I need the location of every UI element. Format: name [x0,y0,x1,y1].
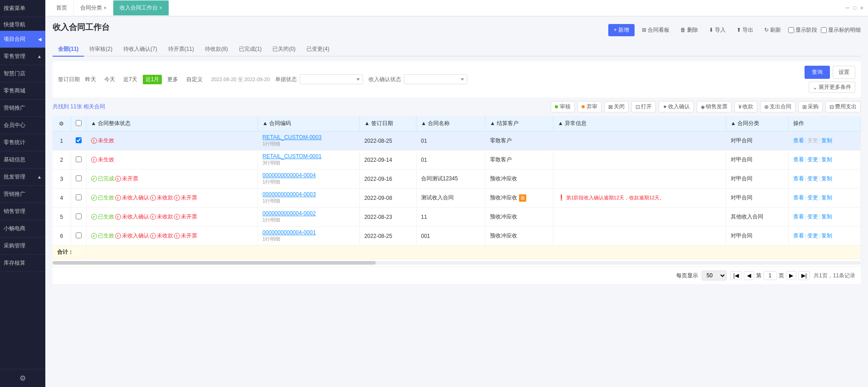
sidebar-item-purchase[interactable]: 采购管理 [0,237,45,255]
op-变更-button[interactable]: 变更 [807,213,818,220]
expand-filter-button[interactable]: ⌄ 展开更多条件 [809,82,855,93]
last-page-button[interactable]: ▶| [798,271,810,280]
row-code[interactable]: 0000000000004-00021行明细 [258,208,360,227]
scroll-thumb[interactable] [53,261,376,265]
op-查看-button[interactable]: 查看 [793,156,804,163]
row-checkbox[interactable] [76,213,82,219]
expense-button[interactable]: ⊟ 费用支出 [825,101,861,112]
date-option-1month[interactable]: 近1月 [143,75,162,84]
filter-tab-pending-audit[interactable]: 待审核(2) [84,43,118,57]
row-checkbox[interactable] [76,137,82,143]
op-查看-button[interactable]: 查看 [793,194,804,201]
date-option-yesterday[interactable]: 昨天 [82,75,99,84]
op-复制-button[interactable]: 复制 [821,194,832,201]
tab-close-icon[interactable]: × [104,5,107,10]
op-变更-button[interactable]: 变更 [807,175,818,182]
tab-home[interactable]: 首页 [50,0,74,15]
contract-code-link[interactable]: 0000000000004-0003 [262,191,315,198]
filter-tab-all[interactable]: 全部(11) [53,43,84,57]
prev-page-button[interactable]: ◀ [744,271,754,280]
sales-invoice-button[interactable]: ◈ 销售发票 [697,101,732,112]
abandon-audit-button[interactable]: 弃审 [577,101,601,112]
sidebar-item-member[interactable]: 会员中心 [0,117,45,134]
delete-button[interactable]: 🗑 删除 [677,24,702,36]
tab-income-contract[interactable]: 收入合同工作台 × [113,0,169,15]
sidebar-item-project-contract[interactable]: 项目合同 ◀ [0,31,45,48]
sidebar-item-retail-manage[interactable]: 零售管理 ▲ [0,48,45,65]
show-marked-checkbox[interactable]: 显示标的明细 [821,26,861,34]
maximize-icon[interactable]: □ [853,5,856,11]
tab-contract-category[interactable]: 合同分类 × [74,0,113,15]
minimize-icon[interactable]: ─ [846,5,850,11]
op-复制-button[interactable]: 复制 [821,175,832,182]
row-checkbox[interactable] [76,175,82,181]
audit-button[interactable]: 审核 [551,101,575,112]
op-变更-button[interactable]: 变更 [807,137,818,144]
row-code[interactable]: 0000000000004-00011行明细 [258,227,360,246]
op-查看-button[interactable]: 查看 [793,137,804,144]
set-button[interactable]: 设置 [833,66,855,79]
select-all-checkbox[interactable] [76,120,82,126]
open-contract-button[interactable]: ⊡ 打开 [631,101,656,112]
filter-tab-closed[interactable]: 已关闭(0) [267,43,301,57]
next-page-button[interactable]: ▶ [786,271,796,280]
sidebar-item-basic-info[interactable]: 基础信息 [0,151,45,169]
row-code[interactable]: 0000000000004-00031行明细 [258,189,360,208]
op-查看-button[interactable]: 查看 [793,232,804,239]
sidebar-item-retail-mall[interactable]: 零售商城 [0,82,45,100]
op-复制-button[interactable]: 复制 [821,213,832,220]
per-page-select[interactable]: 50 100 200 [702,271,727,281]
income-confirm-button[interactable]: ✦ 收入确认 [659,101,694,112]
current-page-input[interactable]: 1 [763,271,777,280]
contract-board-button[interactable]: ⊞ 合同看板 [638,24,673,36]
new-button[interactable]: + 新增 [608,24,635,36]
date-option-today[interactable]: 今天 [102,75,118,84]
date-option-more[interactable]: 更多 [165,75,181,84]
sidebar-item-ecommerce[interactable]: 小畅电商 [0,220,45,237]
first-page-button[interactable]: |◀ [730,271,742,280]
query-button[interactable]: 查询 [805,66,830,79]
row-checkbox[interactable] [76,232,82,238]
op-复制-button[interactable]: 复制 [821,232,832,239]
doc-status-select[interactable] [300,74,363,84]
th-checkbox[interactable] [71,116,86,131]
sidebar-item-sales-manage[interactable]: 销售管理 [0,203,45,220]
sidebar-item-inventory[interactable]: 库存核算 [0,255,45,272]
filter-tab-changed[interactable]: 已变更(4) [301,43,335,57]
row-code[interactable]: RETAIL_CUSTOM-00031行明细 [258,131,360,150]
sidebar-search[interactable]: 搜索菜单 [0,0,45,17]
collect-button[interactable]: ¥ 收款 [734,101,757,112]
sidebar-quick-nav[interactable]: 快捷导航 [0,17,45,31]
op-查看-button[interactable]: 查看 [793,213,804,220]
row-code[interactable]: 0000000000004-00041行明细 [258,169,360,189]
contract-code-link[interactable]: RETAIL_CUSTOM-0003 [262,134,321,140]
tab-close-icon[interactable]: × [160,5,162,10]
op-变更-button[interactable]: 变更 [807,194,818,201]
contract-code-link[interactable]: 0000000000004-0001 [262,229,315,236]
row-checkbox[interactable] [76,194,82,200]
filter-tab-pending-confirm[interactable]: 待收入确认(7) [118,43,163,57]
sidebar-item-wholesale[interactable]: 批发管理 ▲ [0,169,45,186]
import-button[interactable]: ⬇ 导入 [705,24,729,36]
out-contract-button[interactable]: ⊕ 支出合同 [760,101,795,112]
income-confirm-select[interactable] [404,74,467,84]
date-option-custom[interactable]: 自定义 [184,75,205,84]
contract-code-link[interactable]: 0000000000004-0002 [262,210,315,217]
row-checkbox[interactable] [76,156,82,162]
horizontal-scrollbar[interactable] [53,261,861,265]
sidebar-item-marketing2[interactable]: 营销推广 [0,186,45,203]
contract-code-link[interactable]: RETAIL_CUSTOM-0001 [262,153,321,160]
row-code[interactable]: RETAIL_CUSTOM-00013行明细 [258,150,360,169]
th-settings[interactable]: ⚙ [53,116,71,131]
filter-tab-pending-invoice[interactable]: 待开票(11) [163,43,199,57]
op-复制-button[interactable]: 复制 [821,137,832,144]
op-变更-button[interactable]: 变更 [807,156,818,163]
op-变更-button[interactable]: 变更 [807,232,818,239]
op-复制-button[interactable]: 复制 [821,156,832,163]
export-button[interactable]: ⬆ 导出 [733,24,757,36]
show-stage-checkbox[interactable]: 显示阶段 [788,26,817,34]
filter-tab-done[interactable]: 已完成(1) [233,43,267,57]
op-查看-button[interactable]: 查看 [793,175,804,182]
purchase-button[interactable]: ⊞ 采购 [798,101,823,112]
sidebar-item-smart-store[interactable]: 智慧门店 [0,65,45,82]
